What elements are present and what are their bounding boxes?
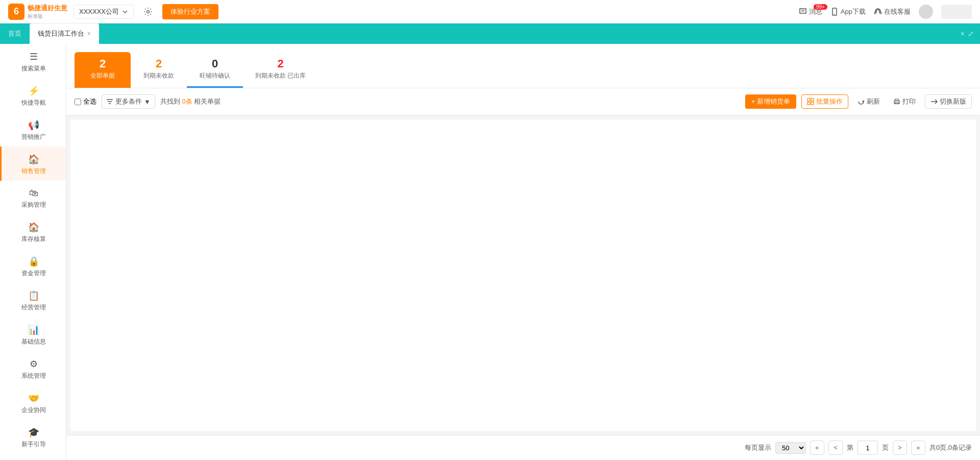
window-controls[interactable]: × ⤢	[954, 30, 980, 38]
add-sale-button[interactable]: + 新增销货单	[745, 94, 796, 109]
svg-rect-7	[807, 102, 810, 105]
tab-shipped[interactable]: 2 到期未收款 已出库	[243, 52, 318, 88]
sidebar-item-label: 营销推广	[21, 133, 46, 141]
main-layout: ☰ 搜索菜单 ⚡ 快捷导航 📢 营销推广 🏠 销售管理 🛍 采购管理 🏠 库存核…	[0, 44, 980, 460]
company-name: XXXXXX公司	[79, 7, 119, 16]
per-page-select[interactable]: 50 10 20 100	[775, 442, 806, 454]
last-page-icon: »	[917, 444, 920, 451]
summary-tabs: 2 全部单据 2 到期未收款 0 旺铺待确认 2 到期未收款 已出库	[66, 44, 980, 88]
result-suffix: 相关单据	[194, 98, 220, 105]
svg-rect-6	[811, 99, 814, 101]
batch-label: 批量操作	[816, 97, 843, 106]
tab-overdue[interactable]: 2 到期未收款	[131, 52, 187, 88]
toolbar: 全选 更多条件 ▼ 共找到 0条 相关单据 + 新增销货单	[66, 88, 980, 115]
page-suffix: 页	[882, 443, 889, 452]
tab-close-icon[interactable]: ×	[87, 30, 91, 37]
sidebar-item-guide[interactable]: 🎓 新手引导	[0, 420, 66, 454]
tab-pending[interactable]: 0 旺铺待确认	[187, 52, 243, 88]
avatar[interactable]	[919, 5, 933, 19]
top-bar-left: 6 畅捷通好生意 标准版 XXXXXX公司 体验行业方案	[8, 4, 218, 20]
filter-icon	[106, 98, 113, 105]
svg-rect-5	[807, 99, 810, 101]
logo-area: 6 畅捷通好生意 标准版	[8, 4, 67, 20]
tab-shipped-count: 2	[278, 57, 284, 70]
logo-name: 畅捷通好生意	[28, 4, 67, 13]
gear-icon	[143, 7, 153, 16]
switch-version-button[interactable]: 切换新版	[925, 94, 972, 109]
tab-overdue-label: 到期未收款	[143, 71, 174, 80]
quick-nav-icon: ⚡	[28, 85, 39, 96]
nav-tabs: 首页 钱货日清工作台 × × ⤢	[0, 23, 980, 44]
sidebar-item-purchase[interactable]: 🛍 采购管理	[0, 181, 66, 214]
select-all-input[interactable]	[75, 99, 81, 105]
sidebar-item-quick-nav[interactable]: ⚡ 快捷导航	[0, 78, 66, 112]
sidebar-item-label: 系统管理	[21, 372, 46, 380]
user-name[interactable]	[941, 5, 972, 19]
sidebar-item-search-menu[interactable]: ☰ 搜索菜单	[0, 44, 66, 78]
next-page-button[interactable]: >	[893, 441, 907, 455]
finance-icon: 🔒	[28, 256, 39, 267]
svg-point-2	[834, 13, 835, 14]
sidebar-item-basic-info[interactable]: 📊 基础信息	[0, 317, 66, 351]
logo-tag: 标准版	[28, 13, 67, 20]
sidebar-item-sales[interactable]: 🏠 销售管理	[0, 147, 66, 181]
service-item[interactable]: 在线客服	[874, 7, 911, 16]
sidebar-item-finance[interactable]: 🔒 资金管理	[0, 249, 66, 283]
top-bar: 6 畅捷通好生意 标准版 XXXXXX公司 体验行业方案 消息 99+	[0, 0, 980, 23]
tab-workbench-label: 钱货日清工作台	[38, 29, 84, 38]
tab-pending-label: 旺铺待确认	[200, 71, 230, 80]
total-info: 共0页,0条记录	[929, 443, 972, 452]
headset-icon	[874, 8, 882, 16]
sidebar-item-label: 搜索菜单	[21, 64, 46, 73]
sidebar-item-label: 库存核算	[21, 235, 46, 244]
print-button[interactable]: 打印	[889, 95, 920, 108]
sidebar-item-label: 企业协同	[21, 406, 46, 415]
sidebar-item-marketing[interactable]: 📢 营销推广	[0, 112, 66, 147]
close-window-icon[interactable]: ×	[961, 30, 965, 38]
sidebar-item-operation[interactable]: 📋 经营管理	[0, 283, 66, 317]
tab-workbench[interactable]: 钱货日清工作台 ×	[30, 23, 99, 44]
tab-home[interactable]: 首页	[0, 23, 30, 44]
message-item[interactable]: 消息 99+	[799, 7, 822, 16]
svg-point-0	[147, 10, 150, 13]
page-label: 第	[847, 443, 853, 452]
sidebar-item-label: 资金管理	[21, 269, 46, 278]
cooperation-icon: 🤝	[28, 393, 39, 404]
tab-all[interactable]: 2 全部单据	[75, 52, 131, 88]
refresh-label: 刷新	[867, 97, 880, 106]
sidebar-item-app-center[interactable]: 📦 应用中心	[0, 454, 66, 460]
sidebar-item-label: 基础信息	[21, 337, 46, 346]
toolbar-left: 全选 更多条件 ▼ 共找到 0条 相关单据	[75, 94, 739, 109]
tab-home-label: 首页	[8, 29, 21, 38]
sidebar-item-label: 快捷导航	[21, 99, 46, 107]
print-icon	[893, 98, 900, 105]
tab-shipped-label: 到期未收款 已出库	[255, 71, 306, 80]
refresh-button[interactable]: 刷新	[853, 95, 884, 108]
prev-page-button[interactable]: <	[828, 441, 843, 455]
app-download-item[interactable]: App下载	[830, 7, 866, 16]
result-text: 共找到 0条 相关单据	[160, 97, 220, 106]
result-count: 0条	[182, 98, 192, 105]
next-page-icon: >	[898, 444, 901, 451]
select-all-checkbox[interactable]: 全选	[75, 97, 96, 106]
sidebar: ☰ 搜索菜单 ⚡ 快捷导航 📢 营销推广 🏠 销售管理 🛍 采购管理 🏠 库存核…	[0, 44, 66, 460]
guide-icon: 🎓	[28, 427, 39, 438]
settings-button[interactable]	[140, 4, 156, 20]
message-icon	[799, 8, 807, 16]
sidebar-item-cooperation[interactable]: 🤝 企业协同	[0, 385, 66, 420]
filter-label: 更多条件	[115, 97, 142, 106]
chevron-down-icon	[122, 9, 128, 15]
last-page-button[interactable]: »	[911, 441, 925, 455]
svg-rect-10	[895, 102, 898, 104]
sidebar-item-inventory[interactable]: 🏠 库存核算	[0, 214, 66, 249]
expand-window-icon[interactable]: ⤢	[968, 30, 974, 38]
sidebar-item-system[interactable]: ⚙ 系统管理	[0, 351, 66, 385]
tab-all-label: 全部单据	[90, 71, 115, 80]
filter-button[interactable]: 更多条件 ▼	[102, 94, 155, 109]
batch-operation-button[interactable]: 批量操作	[801, 94, 848, 109]
first-page-button[interactable]: «	[810, 441, 824, 455]
mobile-icon	[830, 8, 839, 16]
company-selector[interactable]: XXXXXX公司	[74, 5, 134, 19]
page-input[interactable]	[857, 441, 878, 455]
try-industry-button[interactable]: 体验行业方案	[162, 4, 218, 19]
